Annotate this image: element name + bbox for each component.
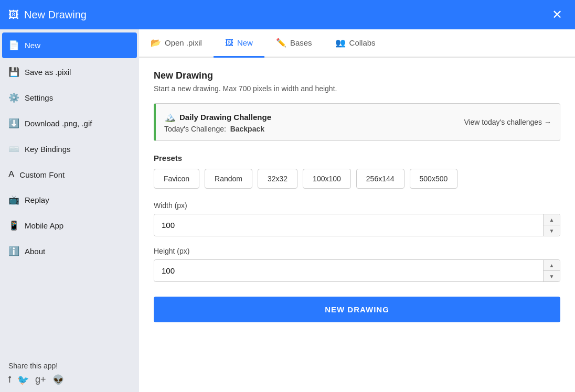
challenge-today-label: Today's Challenge:: [164, 125, 226, 133]
challenge-title: 🏔️ Daily Drawing Challenge: [164, 111, 271, 123]
challenge-link[interactable]: View today's challenges →: [464, 118, 551, 126]
sidebar-item-download[interactable]: ⬇️Download .png, .gif: [0, 111, 139, 136]
height-group: Height (px) ▲ ▼: [154, 247, 560, 282]
sidebar-item-customfont[interactable]: ACustom Font: [0, 162, 139, 187]
reddit-icon[interactable]: 👽: [52, 374, 64, 386]
challenge-icon: 🏔️: [164, 111, 176, 123]
new-tab-icon: 🖼: [225, 38, 233, 48]
sidebar-label-about: About: [25, 247, 45, 256]
collabs-tab-label: Collabs: [349, 38, 376, 47]
sidebar-label-settings: Settings: [25, 93, 53, 102]
width-label: Width (px): [154, 201, 560, 210]
content-area: 📂Open .pixil🖼New✏️Bases👥Collabs New Draw…: [139, 29, 575, 392]
width-input-wrapper: ▲ ▼: [154, 214, 560, 236]
sidebar-label-mobileapp: Mobile App: [25, 221, 63, 230]
new-icon: 📄: [8, 40, 19, 51]
header-title: New Drawing: [24, 9, 87, 21]
header-app-icon: 🖼: [8, 9, 19, 21]
sidebar-bottom: Share this app! f 🐦 g+ 👽: [0, 355, 139, 392]
replay-icon: 📺: [8, 194, 19, 205]
section-desc: Start a new drawing. Max 700 pixels in w…: [154, 84, 560, 93]
height-increment[interactable]: ▲: [544, 260, 560, 271]
keybindings-icon: ⌨️: [8, 144, 19, 155]
main-layout: 📄New💾Save as .pixil⚙️Settings⬇️Download …: [0, 29, 575, 392]
width-decrement[interactable]: ▼: [544, 225, 560, 236]
challenge-today: Today's Challenge: Backpack: [164, 125, 271, 133]
preset-256x144[interactable]: 256x144: [356, 169, 404, 189]
about-icon: ℹ️: [8, 246, 19, 257]
tab-open[interactable]: 📂Open .pixil: [139, 29, 214, 58]
mobileapp-icon: 📱: [8, 220, 19, 231]
height-decrement[interactable]: ▼: [544, 271, 560, 281]
preset-32x32[interactable]: 32x32: [258, 169, 297, 189]
customfont-icon: A: [8, 169, 14, 180]
sidebar-label-save: Save as .pixil: [25, 68, 71, 77]
tab-new[interactable]: 🖼New: [214, 29, 264, 58]
sidebar-label-download: Download .png, .gif: [25, 119, 92, 128]
settings-icon: ⚙️: [8, 92, 19, 103]
width-input[interactable]: [154, 214, 560, 236]
sidebar-item-save[interactable]: 💾Save as .pixil: [0, 59, 139, 85]
sidebar-label-new: New: [25, 41, 40, 50]
presets-label: Presets: [154, 154, 560, 162]
width-increment[interactable]: ▲: [544, 214, 560, 225]
width-spinner: ▲ ▼: [543, 214, 560, 236]
preset-100x100[interactable]: 100x100: [303, 169, 351, 189]
presets-row: FaviconRandom32x32100x100256x144500x500: [154, 169, 560, 189]
open-tab-label: Open .pixil: [165, 38, 202, 47]
preset-favicon[interactable]: Favicon: [154, 169, 199, 189]
app-header: 🖼 New Drawing ✕: [0, 0, 575, 29]
sidebar-item-keybindings[interactable]: ⌨️Key Bindings: [0, 136, 139, 162]
sidebar-item-settings[interactable]: ⚙️Settings: [0, 85, 139, 111]
tab-bar: 📂Open .pixil🖼New✏️Bases👥Collabs: [139, 29, 575, 58]
sidebar-item-mobileapp[interactable]: 📱Mobile App: [0, 213, 139, 238]
section-title: New Drawing: [154, 70, 560, 81]
preset-500x500[interactable]: 500x500: [410, 169, 458, 189]
tab-collabs[interactable]: 👥Collabs: [324, 29, 387, 58]
content-body: New Drawing Start a new drawing. Max 700…: [139, 58, 575, 392]
height-input[interactable]: [154, 260, 560, 281]
challenge-left: 🏔️ Daily Drawing Challenge Today's Chall…: [164, 111, 271, 133]
create-drawing-button[interactable]: NEW DRAWING: [154, 297, 560, 322]
sidebar-item-new[interactable]: 📄New: [2, 32, 137, 58]
preset-random[interactable]: Random: [205, 169, 252, 189]
width-group: Width (px) ▲ ▼: [154, 201, 560, 236]
sidebar-label-replay: Replay: [25, 195, 49, 204]
sidebar-label-keybindings: Key Bindings: [25, 145, 71, 154]
save-icon: 💾: [8, 67, 19, 78]
social-icons: f 🐦 g+ 👽: [8, 374, 131, 386]
tab-bases[interactable]: ✏️Bases: [264, 29, 324, 58]
height-input-wrapper: ▲ ▼: [154, 259, 560, 282]
sidebar-item-replay[interactable]: 📺Replay: [0, 187, 139, 213]
challenge-banner: 🏔️ Daily Drawing Challenge Today's Chall…: [154, 103, 560, 141]
challenge-today-value: Backpack: [230, 125, 264, 133]
bases-tab-icon: ✏️: [276, 38, 286, 48]
height-label: Height (px): [154, 247, 560, 255]
sidebar-items: 📄New💾Save as .pixil⚙️Settings⬇️Download …: [0, 31, 139, 264]
sidebar-item-about[interactable]: ℹ️About: [0, 238, 139, 264]
facebook-icon[interactable]: f: [8, 374, 11, 386]
header-left: 🖼 New Drawing: [8, 9, 87, 21]
share-label: Share this app!: [8, 362, 131, 370]
download-icon: ⬇️: [8, 118, 19, 129]
collabs-tab-icon: 👥: [335, 38, 346, 48]
googleplus-icon[interactable]: g+: [35, 374, 46, 386]
challenge-title-text: Daily Drawing Challenge: [179, 113, 271, 122]
sidebar-label-customfont: Custom Font: [19, 170, 65, 179]
open-tab-icon: 📂: [151, 38, 161, 48]
new-tab-label: New: [237, 38, 253, 47]
height-spinner: ▲ ▼: [543, 260, 560, 281]
close-button[interactable]: ✕: [548, 6, 567, 23]
twitter-icon[interactable]: 🐦: [17, 374, 29, 386]
bases-tab-label: Bases: [290, 38, 312, 47]
sidebar: 📄New💾Save as .pixil⚙️Settings⬇️Download …: [0, 29, 139, 392]
